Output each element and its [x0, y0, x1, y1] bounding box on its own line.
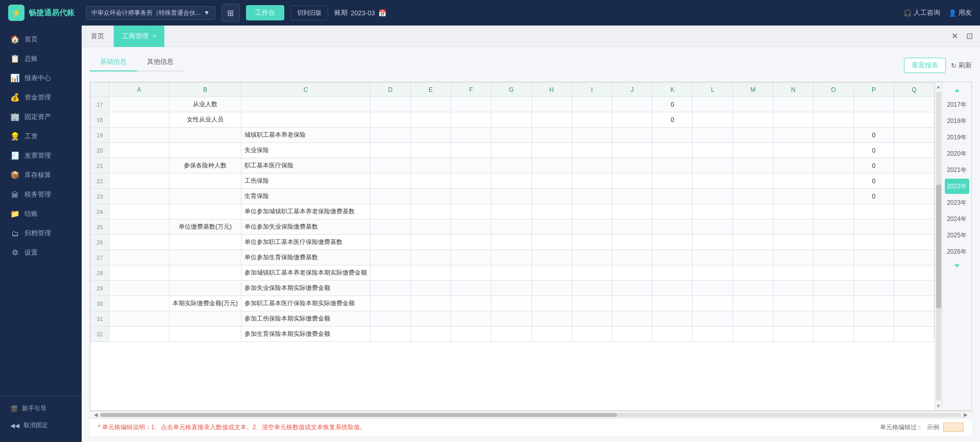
cell-27-f[interactable]: [451, 250, 491, 265]
cell-30-j[interactable]: [612, 296, 652, 311]
cell-20-i[interactable]: [572, 143, 612, 158]
cell-17-f[interactable]: [451, 97, 491, 112]
cell-27-e[interactable]: [410, 250, 451, 265]
cell-24-c[interactable]: 单位参加城镇职工基本养老保险缴费基数: [241, 204, 370, 219]
cell-32-e[interactable]: [410, 327, 451, 342]
cell-29-f[interactable]: [451, 281, 491, 296]
cell-19-h[interactable]: [531, 128, 572, 143]
cell-27-l[interactable]: [693, 250, 733, 265]
cell-29-b[interactable]: [169, 281, 241, 296]
cell-25-n[interactable]: [773, 219, 814, 235]
cell-17-q[interactable]: [894, 97, 934, 112]
ai-consult-btn[interactable]: 🎧 人工咨询: [903, 8, 940, 17]
cell-31-j[interactable]: [612, 311, 652, 327]
cell-30-o[interactable]: [814, 296, 854, 311]
sidebar-item-invoice[interactable]: 🧾 发票管理: [0, 146, 82, 165]
cell-19-k[interactable]: [652, 128, 693, 143]
year-item-2026[interactable]: 2026年: [945, 244, 969, 259]
cell-19-b[interactable]: [169, 128, 241, 143]
cell-18-c[interactable]: [241, 112, 370, 128]
cell-18-e[interactable]: [410, 112, 451, 128]
sidebar-item-report[interactable]: 📊 报表中心: [0, 68, 82, 88]
cell-27-o[interactable]: [814, 250, 854, 265]
cell-30-h[interactable]: [531, 296, 572, 311]
sidebar-item-finance[interactable]: 💰 资金管理: [0, 88, 82, 107]
cell-27-g[interactable]: [491, 250, 531, 265]
year-scroll-up[interactable]: [948, 84, 966, 96]
cell-25-h[interactable]: [531, 219, 572, 235]
workbench-button[interactable]: 工作台: [246, 5, 284, 20]
cell-20-f[interactable]: [451, 143, 491, 158]
cell-30-i[interactable]: [572, 296, 612, 311]
cell-22-f[interactable]: [451, 174, 491, 189]
cell-21-l[interactable]: [693, 158, 733, 174]
cell-32-o[interactable]: [814, 327, 854, 342]
sidebar-item-assets[interactable]: 🏢 固定资产: [0, 107, 82, 127]
cell-31-n[interactable]: [773, 311, 814, 327]
cell-30-c[interactable]: 参加职工基本医疗保险本期实际缴费金额: [241, 296, 370, 311]
cell-29-a[interactable]: [109, 281, 169, 296]
cell-22-l[interactable]: [693, 174, 733, 189]
cell-25-q[interactable]: [894, 219, 934, 235]
cell-31-c[interactable]: 参加工伤保险本期实际缴费金额: [241, 311, 370, 327]
cell-17-n[interactable]: [773, 97, 814, 112]
cell-22-o[interactable]: [814, 174, 854, 189]
cell-17-k[interactable]: 0: [652, 97, 693, 112]
cell-20-q[interactable]: [894, 143, 934, 158]
cell-20-e[interactable]: [410, 143, 451, 158]
cell-26-e[interactable]: [410, 235, 451, 250]
cell-17-b[interactable]: 从业人数: [169, 97, 241, 112]
cell-23-e[interactable]: [410, 189, 451, 204]
sub-tab-basic-info[interactable]: 基础信息: [90, 53, 137, 71]
window-expand-btn[interactable]: ⊡: [964, 29, 975, 43]
cell-24-j[interactable]: [612, 204, 652, 219]
cell-20-d[interactable]: [370, 143, 410, 158]
cell-29-j[interactable]: [612, 281, 652, 296]
cell-24-g[interactable]: [491, 204, 531, 219]
cell-28-q[interactable]: [894, 265, 934, 281]
cell-19-c[interactable]: 城镇职工基本养老保险: [241, 128, 370, 143]
cell-25-k[interactable]: [652, 219, 693, 235]
cell-18-a[interactable]: [109, 112, 169, 128]
cell-18-q[interactable]: [894, 112, 934, 128]
cell-28-g[interactable]: [491, 265, 531, 281]
cell-29-n[interactable]: [773, 281, 814, 296]
cell-17-c[interactable]: [241, 97, 370, 112]
cell-31-e[interactable]: [410, 311, 451, 327]
cell-24-d[interactable]: [370, 204, 410, 219]
cell-32-l[interactable]: [693, 327, 733, 342]
cell-24-a[interactable]: [109, 204, 169, 219]
cell-28-d[interactable]: [370, 265, 410, 281]
sub-tab-other-info[interactable]: 其他信息: [137, 53, 184, 71]
sidebar-item-home[interactable]: 🏠 首页: [0, 30, 82, 49]
cell-17-e[interactable]: [410, 97, 451, 112]
cell-23-k[interactable]: [652, 189, 693, 204]
cell-27-d[interactable]: [370, 250, 410, 265]
cell-17-g[interactable]: [491, 97, 531, 112]
cell-18-l[interactable]: [693, 112, 733, 128]
sidebar-item-ledger[interactable]: 📋 总账: [0, 49, 82, 68]
cell-28-h[interactable]: [531, 265, 572, 281]
cell-19-j[interactable]: [612, 128, 652, 143]
cell-18-j[interactable]: [612, 112, 652, 128]
cell-32-a[interactable]: [109, 327, 169, 342]
cell-25-d[interactable]: [370, 219, 410, 235]
cell-17-m[interactable]: [733, 97, 773, 112]
cell-22-c[interactable]: 工伤保险: [241, 174, 370, 189]
cell-27-m[interactable]: [733, 250, 773, 265]
cell-21-i[interactable]: [572, 158, 612, 174]
cell-30-k[interactable]: [652, 296, 693, 311]
cell-18-d[interactable]: [370, 112, 410, 128]
tab-home[interactable]: 首页: [82, 26, 114, 47]
sidebar-item-settings[interactable]: ⚙ 设置: [0, 243, 82, 262]
cell-23-b[interactable]: [169, 189, 241, 204]
cell-23-m[interactable]: [733, 189, 773, 204]
cell-28-p[interactable]: [854, 265, 894, 281]
cell-23-h[interactable]: [531, 189, 572, 204]
cell-30-a[interactable]: [109, 296, 169, 311]
cell-22-e[interactable]: [410, 174, 451, 189]
cell-20-a[interactable]: [109, 143, 169, 158]
cell-22-g[interactable]: [491, 174, 531, 189]
cell-24-o[interactable]: [814, 204, 854, 219]
cell-23-i[interactable]: [572, 189, 612, 204]
